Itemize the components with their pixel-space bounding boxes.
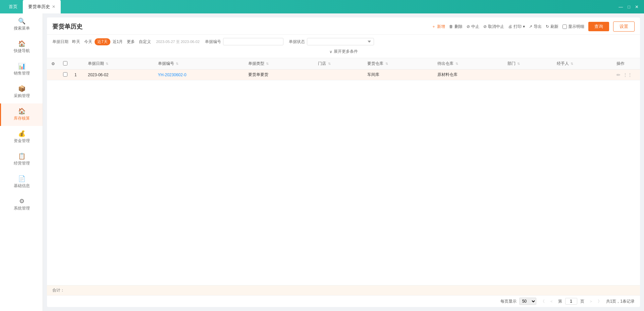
col-handler[interactable]: 经手人 ⇅ <box>553 58 613 70</box>
stop-button[interactable]: ⊘ 中止 <box>467 24 479 30</box>
tab-home[interactable]: 首页 <box>3 0 23 13</box>
tab-home-label: 首页 <box>9 4 17 10</box>
last-page-icon[interactable]: 》 <box>596 298 603 305</box>
operations-icon: 📋 <box>18 153 25 159</box>
sidebar-item-system[interactable]: ⚙ 系统管理 <box>0 193 43 216</box>
filter-area: 单据日期 昨天 今天 近7天 近1月 更多 自定义 2023-05-27 至 2… <box>47 35 640 58</box>
status-label: 单据状态 <box>289 39 305 45</box>
table-header-row: ⚙ 单据日期 ⇅ 单据编号 ⇅ <box>47 58 640 70</box>
select-all-checkbox[interactable] <box>63 61 67 65</box>
sidebar-item-basic-info[interactable]: 📄 基础信息 <box>0 171 43 193</box>
cell-store <box>315 70 364 80</box>
print-button[interactable]: 🖨 打印 ▾ <box>508 24 525 30</box>
sidebar-item-search-menu[interactable]: 🔍 搜索菜单 <box>0 13 43 36</box>
bill-no-filter-group: 单据编号 <box>205 38 283 45</box>
sidebar-item-label: 销售管理 <box>14 71 30 76</box>
tab-close-icon[interactable]: ✕ <box>52 4 55 9</box>
refresh-button[interactable]: ↻ 刷新 <box>546 24 558 30</box>
sidebar-item-sales[interactable]: 📊 销售管理 <box>0 58 43 81</box>
prev-page-icon[interactable]: ＜ <box>548 298 555 305</box>
main-layout: 🔍 搜索菜单 🏠 快捷导航 📊 销售管理 📦 采购管理 🏠 库存核算 💰 资金管… <box>0 13 644 311</box>
row-checkbox[interactable] <box>63 72 67 77</box>
date-filter-group: 单据日期 昨天 今天 近7天 近1月 更多 自定义 2023-05-27 至 2… <box>52 38 200 45</box>
cell-req-warehouse: 车间库 <box>364 70 434 80</box>
sidebar-item-label: 搜索菜单 <box>14 26 30 31</box>
display-detail-toggle[interactable]: 显示明细 <box>562 24 584 30</box>
settings-button[interactable]: 设置 <box>613 21 635 32</box>
sidebar-item-label: 采购管理 <box>14 93 30 99</box>
sort-icon-handler: ⇅ <box>571 62 573 65</box>
sidebar-item-operations[interactable]: 📋 经营管理 <box>0 148 43 171</box>
new-icon: ＋ <box>432 24 436 30</box>
total-label: 合计： <box>52 287 64 293</box>
new-button[interactable]: ＋ 新增 <box>432 24 445 30</box>
display-detail-checkbox[interactable] <box>562 25 567 29</box>
date-btn-yesterday[interactable]: 昨天 <box>70 38 82 45</box>
export-button[interactable]: ↗ 导出 <box>529 24 542 30</box>
col-store[interactable]: 门店 ⇅ <box>315 58 364 70</box>
sidebar-item-label: 基础信息 <box>14 183 30 189</box>
col-wait-warehouse[interactable]: 待出仓库 ⇅ <box>434 58 504 70</box>
header-actions: ＋ 新增 🗑 删除 ⊘ 中止 ⊘ 取消中止 <box>432 21 635 32</box>
sort-icon-bill-no: ⇅ <box>176 62 178 65</box>
date-btn-1month[interactable]: 近1月 <box>111 38 125 45</box>
sidebar-item-quick-nav[interactable]: 🏠 快捷导航 <box>0 36 43 58</box>
quick-nav-icon: 🏠 <box>18 41 25 47</box>
page-title: 要货单历史 <box>52 23 83 31</box>
sales-icon: 📊 <box>18 63 25 69</box>
page-navigation: 《 ＜ 第 页 ＞ 》 <box>539 298 603 305</box>
col-bill-type[interactable]: 单据类型 ⇅ <box>245 58 315 70</box>
print-label: 打印 <box>514 24 522 30</box>
tab-bill-history[interactable]: 要货单历史 ✕ <box>23 0 61 13</box>
edit-icon[interactable]: ✏ <box>616 72 621 78</box>
bill-no-label: 单据编号 <box>205 39 221 45</box>
date-btn-more[interactable]: 更多 <box>125 38 137 45</box>
stop-label: 中止 <box>471 24 479 30</box>
expand-more-btn[interactable]: ∨ 展开更多条件 <box>52 47 635 56</box>
cell-bill-type: 要货单要货 <box>245 70 315 80</box>
maximize-icon[interactable]: □ <box>628 4 630 9</box>
delete-button[interactable]: 🗑 删除 <box>449 24 463 30</box>
total-info: 共1页，1条记录 <box>606 299 635 304</box>
sidebar-item-label: 经营管理 <box>14 161 30 166</box>
close-window-icon[interactable]: ✕ <box>635 4 639 9</box>
delete-label: 删除 <box>454 24 463 30</box>
col-bill-no[interactable]: 单据编号 ⇅ <box>155 58 245 70</box>
date-btn-custom[interactable]: 自定义 <box>137 38 153 45</box>
next-page-icon[interactable]: ＞ <box>587 298 595 305</box>
sidebar-item-finance[interactable]: 💰 资金管理 <box>0 126 43 148</box>
print-arrow-icon: ▾ <box>523 24 525 29</box>
cell-dept <box>504 70 553 80</box>
sidebar-item-purchase[interactable]: 📦 采购管理 <box>0 81 43 103</box>
sort-icon-dept: ⇅ <box>517 62 520 65</box>
search-menu-icon: 🔍 <box>18 18 25 24</box>
date-btn-today[interactable]: 今天 <box>83 38 94 45</box>
cell-handler <box>553 70 613 80</box>
per-page-select[interactable]: 50 10 20 100 <box>519 298 536 305</box>
inventory-icon: 🏠 <box>18 108 25 114</box>
minimize-icon[interactable]: — <box>619 4 623 9</box>
bill-no-input[interactable] <box>223 38 283 45</box>
content-area: 要货单历史 ＋ 新增 🗑 删除 ⊘ 中止 ⊘ <box>43 13 644 311</box>
status-select[interactable] <box>307 38 374 45</box>
cell-operation: ✏ ⋮⋮ <box>613 70 640 80</box>
page-number-input[interactable] <box>565 298 577 305</box>
top-bar: 首页 要货单历史 ✕ — □ ✕ <box>0 0 644 13</box>
first-page-icon[interactable]: 《 <box>539 298 546 305</box>
more-icon[interactable]: ⋮⋮ <box>623 72 632 78</box>
col-date[interactable]: 单据日期 ⇅ <box>85 58 155 70</box>
col-settings[interactable]: ⚙ <box>47 58 59 70</box>
col-dept[interactable]: 部门 ⇅ <box>504 58 553 70</box>
page-header: 要货单历史 ＋ 新增 🗑 删除 ⊘ 中止 ⊘ <box>47 17 640 35</box>
col-req-warehouse[interactable]: 要货仓库 ⇅ <box>364 58 434 70</box>
cancel-stop-button[interactable]: ⊘ 取消中止 <box>483 24 504 30</box>
date-btn-7days[interactable]: 近7天 <box>95 38 110 45</box>
cell-bill-no[interactable]: YH-20230602-0 <box>155 70 245 80</box>
date-quick-buttons: 昨天 今天 近7天 近1月 更多 自定义 <box>70 38 153 45</box>
sidebar-item-inventory[interactable]: 🏠 库存核算 <box>0 103 43 126</box>
expand-more-label: 展开更多条件 <box>334 49 358 54</box>
display-detail-label: 显示明细 <box>568 24 584 30</box>
pagination-bar: 每页显示 50 10 20 100 《 ＜ 第 页 ＞ 》 共1页，1条记录 <box>47 295 640 307</box>
sidebar: 🔍 搜索菜单 🏠 快捷导航 📊 销售管理 📦 采购管理 🏠 库存核算 💰 资金管… <box>0 13 43 311</box>
query-button[interactable]: 查询 <box>588 22 609 31</box>
